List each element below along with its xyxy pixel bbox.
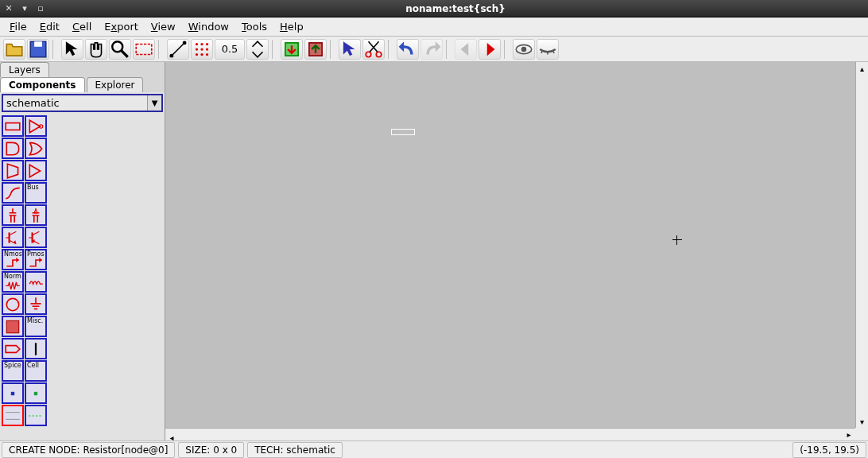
- svg-point-8: [196, 42, 198, 45]
- status-tech: TECH: schematic: [247, 442, 343, 458]
- palette-selected-resistor[interactable]: [2, 405, 24, 426]
- palette-ground[interactable]: [25, 293, 47, 315]
- scroll-corner: [855, 428, 868, 441]
- eye-open-icon[interactable]: [513, 39, 535, 60]
- hierarchy-up-icon[interactable]: [304, 39, 327, 60]
- svg-point-12: [200, 48, 203, 50]
- palette-probe[interactable]: [25, 338, 47, 359]
- palette-source[interactable]: [2, 293, 24, 315]
- palette-resistor[interactable]: Norm: [2, 271, 24, 293]
- menubar: File Edit Cell Export View Window Tools …: [0, 17, 868, 37]
- technology-select-value[interactable]: [3, 95, 147, 111]
- scroll-up-icon[interactable]: ▴: [856, 62, 868, 75]
- back-arrow-icon[interactable]: [455, 39, 477, 60]
- zoom-tool-icon[interactable]: [109, 39, 131, 60]
- main-area: Layers Components Explorer ▼ Bus Nmos Pm…: [0, 62, 868, 441]
- svg-rect-28: [6, 122, 20, 130]
- palette-bus[interactable]: Bus: [25, 182, 47, 204]
- scroll-left-icon[interactable]: ◂: [165, 432, 178, 444]
- svg-point-9: [200, 42, 203, 45]
- component-palette: Bus Nmos Pmos Norm Misc. Spice Cell: [0, 114, 165, 428]
- svg-point-19: [366, 52, 371, 57]
- status-create: CREATE NODE: Resistor[node@0]: [2, 442, 175, 458]
- open-icon[interactable]: [3, 39, 25, 60]
- svg-point-2: [112, 41, 122, 52]
- schematic-canvas[interactable]: [165, 62, 855, 428]
- zoom-value[interactable]: 0.5: [215, 39, 245, 60]
- svg-line-37: [33, 231, 40, 235]
- window-close-button[interactable]: ✕: [3, 3, 14, 14]
- menu-export[interactable]: Export: [98, 19, 145, 34]
- forward-arrow-icon[interactable]: [479, 39, 501, 60]
- palette-pmos[interactable]: [25, 204, 47, 226]
- vertical-scrollbar[interactable]: ▴ ▾: [855, 62, 868, 428]
- palette-pmos4[interactable]: Pmos: [25, 249, 47, 270]
- palette-export[interactable]: [25, 382, 47, 404]
- menu-window[interactable]: Window: [182, 19, 235, 34]
- palette-global[interactable]: [2, 316, 24, 337]
- svg-point-39: [6, 298, 18, 310]
- undo-icon[interactable]: [397, 39, 419, 60]
- menu-view[interactable]: View: [145, 19, 182, 34]
- redo-icon[interactable]: [420, 39, 443, 60]
- grid-toggle-icon[interactable]: [191, 39, 213, 60]
- palette-misc[interactable]: Misc.: [25, 316, 47, 337]
- menu-cell[interactable]: Cell: [66, 19, 98, 34]
- svg-line-22: [369, 41, 378, 52]
- save-icon[interactable]: [27, 39, 49, 60]
- svg-rect-4: [136, 44, 152, 54]
- pointer-icon[interactable]: [339, 39, 361, 60]
- palette-nmos[interactable]: [2, 204, 24, 226]
- tab-layers[interactable]: Layers: [0, 62, 49, 77]
- measure-tool-icon[interactable]: [167, 39, 189, 60]
- svg-point-14: [196, 52, 198, 55]
- palette-wire[interactable]: [2, 182, 24, 204]
- eye-closed-icon[interactable]: [537, 39, 559, 60]
- zoom-step-icon[interactable]: [246, 39, 269, 60]
- menu-tools[interactable]: Tools: [235, 19, 273, 34]
- chevron-down-icon[interactable]: ▼: [147, 95, 161, 111]
- svg-point-24: [521, 46, 527, 52]
- status-size: SIZE: 0 x 0: [178, 442, 244, 458]
- palette-inverter[interactable]: [25, 160, 47, 181]
- menu-file[interactable]: File: [3, 19, 33, 34]
- svg-point-7: [183, 41, 187, 45]
- palette-inductor[interactable]: [25, 271, 47, 293]
- marquee-tool-icon[interactable]: [133, 39, 155, 60]
- select-tool-icon[interactable]: [61, 39, 83, 60]
- palette-offpage[interactable]: [2, 338, 24, 359]
- horizontal-scrollbar[interactable]: ◂ ▸: [165, 428, 855, 441]
- palette-spice[interactable]: Spice: [2, 360, 24, 382]
- titlebar: ✕ ▾ ▫ noname:test{sch}: [0, 0, 868, 17]
- technology-selector[interactable]: ▼: [2, 94, 163, 112]
- svg-point-11: [196, 48, 198, 50]
- palette-nmos4[interactable]: Nmos: [2, 249, 24, 270]
- window-minimize-button[interactable]: ▾: [19, 3, 30, 14]
- svg-point-6: [169, 53, 173, 57]
- toolbar: 0.5: [0, 37, 868, 62]
- menu-edit[interactable]: Edit: [33, 19, 66, 34]
- palette-and[interactable]: [2, 138, 24, 159]
- palette-mux[interactable]: [2, 160, 24, 181]
- tab-components[interactable]: Components: [0, 77, 85, 92]
- palette-pnp[interactable]: [25, 227, 47, 248]
- svg-line-3: [122, 50, 128, 56]
- pan-tool-icon[interactable]: [85, 39, 107, 60]
- cut-icon[interactable]: [362, 39, 385, 60]
- window-maximize-button[interactable]: ▫: [35, 3, 46, 14]
- palette-cell[interactable]: Cell: [25, 360, 47, 382]
- palette-npn[interactable]: [2, 227, 24, 248]
- side-panel: Layers Components Explorer ▼ Bus Nmos Pm…: [0, 62, 165, 441]
- palette-capacitor[interactable]: [25, 405, 47, 426]
- svg-rect-46: [11, 391, 14, 394]
- palette-port[interactable]: [2, 382, 24, 404]
- palette-or[interactable]: [25, 138, 47, 159]
- svg-point-15: [200, 52, 203, 55]
- menu-help[interactable]: Help: [273, 19, 310, 34]
- palette-pin[interactable]: [2, 115, 24, 137]
- scroll-right-icon[interactable]: ▸: [843, 429, 855, 441]
- palette-buffer[interactable]: [25, 115, 47, 137]
- scroll-down-icon[interactable]: ▾: [856, 415, 868, 428]
- hierarchy-down-icon[interactable]: [281, 39, 303, 60]
- tab-explorer[interactable]: Explorer: [87, 77, 144, 92]
